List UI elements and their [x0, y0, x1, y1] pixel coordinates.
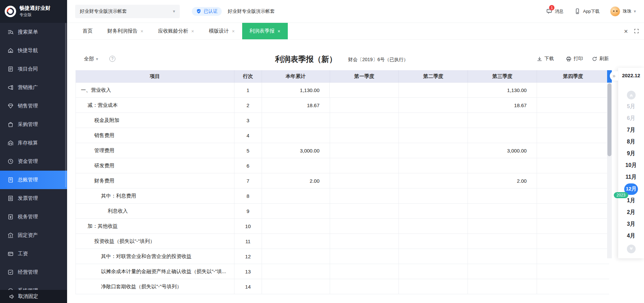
sidebar-item-tax[interactable]: 税务管理: [0, 208, 67, 226]
cell-item-name: 财务费用: [76, 173, 234, 188]
sidebar-item-business-mgmt[interactable]: 经营管理: [0, 263, 67, 282]
close-icon[interactable]: ×: [624, 23, 628, 40]
sidebar-item-funds[interactable]: 资金管理: [0, 152, 67, 171]
check-square-icon: [7, 269, 14, 275]
close-tab-icon[interactable]: ×: [278, 29, 280, 34]
table-row[interactable]: 其中：对联营企业和合营企业的投资收益 12: [76, 249, 609, 264]
table-row[interactable]: 研发费用 6: [76, 158, 609, 173]
scroll-up-icon[interactable]: [627, 91, 636, 99]
cell-line-no: 5: [234, 143, 262, 158]
table-scrollbar[interactable]: [607, 70, 612, 258]
sidebar-item-general-ledger[interactable]: 总账管理: [0, 171, 67, 189]
sidebar-item-search-menu[interactable]: 搜索菜单: [0, 23, 67, 41]
tab-receivables-aging[interactable]: 应收账龄分析×: [151, 23, 201, 39]
month-item[interactable]: 10月: [618, 160, 644, 171]
scope-filter-dropdown[interactable]: 全部 ▾: [84, 56, 98, 62]
help-icon[interactable]: ?: [109, 56, 115, 62]
table-row[interactable]: 财务费用 7 2.00 2.00: [76, 173, 609, 188]
shield-check-icon: [196, 8, 202, 14]
sidebar-item-quick-nav[interactable]: 快捷导航: [0, 41, 67, 60]
tab-template-design[interactable]: 模版设计×: [201, 23, 242, 39]
cell-q1: [330, 128, 399, 143]
month-item[interactable]: 7月: [618, 124, 644, 136]
account-selector[interactable]: 好业财专业版演示帐套 ▾: [75, 5, 180, 18]
tab-home[interactable]: 首页: [75, 23, 100, 39]
unpin-button[interactable]: 取消固定: [0, 290, 67, 303]
close-tab-icon[interactable]: ×: [141, 29, 143, 34]
megaphone-icon: [7, 84, 14, 91]
table-row[interactable]: 一、营业收入 1 1,130.00 1,130.00: [76, 83, 609, 98]
chevron-down-icon: ▾: [634, 9, 636, 14]
month-item[interactable]: 2月: [618, 207, 644, 218]
tab-profit-quarterly[interactable]: 利润表季报×: [242, 23, 288, 39]
card-icon: [7, 251, 14, 257]
sidebar-item-inventory[interactable]: 库存核算: [0, 134, 67, 152]
print-button[interactable]: 打印: [566, 56, 583, 62]
close-tab-icon[interactable]: ×: [191, 29, 194, 34]
fullscreen-icon[interactable]: [634, 28, 639, 35]
cell-ytd: 1,130.00: [262, 83, 330, 97]
scroll-down-icon[interactable]: [627, 245, 636, 253]
brand-logo-icon: [5, 6, 16, 17]
table-row[interactable]: 投资收益（损失以"-"填列） 11: [76, 234, 609, 249]
sidebar-scrollbar[interactable]: [65, 23, 66, 187]
sidebar-item-project-contract[interactable]: 项目合同: [0, 60, 67, 78]
messages-button[interactable]: 1 消息: [546, 8, 564, 14]
table-row[interactable]: 以摊余成本计量的金融资产终止确认收益（损失以"-"填... 13: [76, 264, 609, 279]
table-row[interactable]: 利息收入 9: [76, 204, 609, 219]
invoice-icon: [7, 195, 14, 202]
month-item[interactable]: 8月: [618, 136, 644, 148]
table-row[interactable]: 加：其他收益 10: [76, 219, 609, 234]
messages-label: 消息: [555, 8, 564, 14]
cell-q3: [468, 204, 537, 218]
month-item[interactable]: 3月: [618, 218, 644, 230]
unpin-label: 取消固定: [18, 293, 38, 300]
cell-item-name: 管理费用: [76, 143, 234, 158]
bank-icon: [7, 232, 14, 239]
table-row[interactable]: 税金及附加 3: [76, 113, 609, 128]
chevron-down-icon: ▾: [96, 56, 98, 61]
sidebar-item-marketing[interactable]: 营销推广: [0, 78, 67, 97]
cell-q1: [330, 204, 399, 218]
table-row[interactable]: 减：营业成本 2 18.67 18.67: [76, 98, 609, 113]
sidebar-item-invoice[interactable]: 发票管理: [0, 189, 67, 208]
cell-q2: [399, 113, 468, 128]
table-row[interactable]: 管理费用 5 3,000.00 3,000.00: [76, 143, 609, 158]
month-item[interactable]: 5月: [618, 101, 644, 113]
cell-ytd: 3,000.00: [262, 143, 330, 158]
sidebar-item-salary[interactable]: 工资: [0, 245, 67, 263]
month-item[interactable]: 4月: [618, 230, 644, 242]
cell-q1: [330, 188, 399, 203]
scrollbar-thumb[interactable]: [607, 83, 611, 156]
month-item[interactable]: 9月: [618, 148, 644, 160]
sidebar: 畅捷通好业财 专业版 搜索菜单 快捷导航 项目合同 营销推广 销售管理 采购管理: [0, 0, 67, 303]
sidebar-item-purchase[interactable]: 采购管理: [0, 115, 67, 134]
cell-q3: [468, 128, 537, 143]
cell-q2: [399, 188, 468, 203]
table-row[interactable]: 销售费用 4: [76, 128, 609, 143]
user-menu[interactable]: 珠珠 ▾: [610, 6, 636, 16]
account-name: 好业财专业版演示帐套: [228, 8, 275, 14]
month-item[interactable]: 6月: [618, 113, 644, 124]
collapse-panel-icon[interactable]: »: [610, 71, 618, 81]
cell-ytd: [262, 219, 330, 233]
download-button[interactable]: 下载: [537, 56, 554, 62]
warehouse-icon: [7, 140, 14, 146]
header-q4: 第四季度: [537, 70, 609, 83]
app-download-button[interactable]: App下载: [574, 8, 599, 14]
table-row[interactable]: 其中：利息费用 8: [76, 188, 609, 204]
cell-ytd: [262, 279, 330, 294]
certified-badge: 已认证: [192, 7, 222, 16]
tab-profit-report[interactable]: 财务利润报告×: [100, 23, 151, 39]
table-row[interactable]: 净敞口套期收益（损失以"-"号填列） 14: [76, 279, 609, 294]
sidebar-item-sales[interactable]: 销售管理: [0, 97, 67, 115]
cell-item-name: 一、营业收入: [76, 83, 234, 97]
month-item[interactable]: 11月: [618, 171, 644, 183]
sidebar-item-fixed-assets[interactable]: 固定资产: [0, 226, 67, 245]
clock-icon: [7, 158, 14, 165]
table-header-row: 项目 行次 本年累计 第一季度 第二季度 第三季度 第四季度: [76, 70, 609, 83]
cell-line-no: 14: [234, 279, 262, 294]
user-name: 珠珠: [623, 8, 631, 14]
refresh-button[interactable]: 刷新: [592, 56, 609, 62]
close-tab-icon[interactable]: ×: [232, 29, 234, 34]
